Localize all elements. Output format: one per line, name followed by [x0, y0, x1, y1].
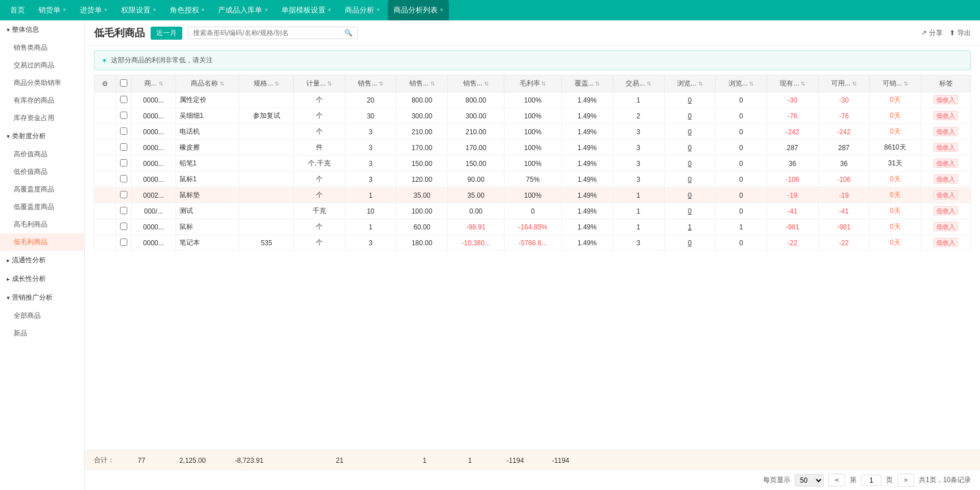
row-checkbox[interactable]	[120, 127, 127, 135]
sidebar-item-high-margin[interactable]: 高毛利商品	[0, 216, 84, 233]
close-icon[interactable]: ×	[104, 0, 108, 20]
close-icon[interactable]: ×	[328, 0, 331, 20]
cell-views1[interactable]: 0	[664, 92, 716, 108]
sidebar-item-new-products[interactable]: 新品	[0, 325, 84, 342]
next-page-button[interactable]: ＞	[897, 474, 914, 487]
col-settings[interactable]: ⚙	[95, 75, 116, 92]
col-sales-profit[interactable]: 销售...	[448, 75, 504, 92]
col-code[interactable]: 商...	[131, 75, 176, 92]
col-stock-saleable[interactable]: 可销...	[870, 75, 921, 92]
cell-checkbox[interactable]	[115, 188, 131, 203]
page-number-input[interactable]	[861, 475, 881, 486]
sidebar-item-traded-products[interactable]: 交易过的商品	[0, 57, 84, 74]
table-wrapper: ⚙ 商... 商品名称 规格... 计量... 销售... 销售... 销售..…	[85, 75, 980, 450]
cell-code: 000/...	[131, 203, 176, 219]
cell-views1[interactable]: 0	[664, 140, 716, 156]
row-checkbox[interactable]	[120, 223, 127, 230]
nav-role-auth[interactable]: 角色授权 ×	[164, 0, 211, 20]
row-checkbox[interactable]	[120, 191, 127, 198]
close-icon[interactable]: ×	[202, 0, 205, 20]
cell-stock-current: 287	[767, 140, 818, 156]
nav-product-entry[interactable]: 产成品入库单 ×	[212, 0, 273, 20]
close-icon[interactable]: ×	[153, 0, 156, 20]
sidebar-item-stocked-products[interactable]: 有库存的商品	[0, 92, 84, 109]
cell-code: 0002...	[131, 188, 176, 203]
col-views1[interactable]: 浏览...	[664, 75, 716, 92]
search-icon[interactable]: 🔍	[344, 29, 353, 37]
sidebar-item-category-rate[interactable]: 商品分类助销率	[0, 74, 84, 92]
cell-checkbox[interactable]	[115, 124, 131, 140]
table-row: 0000... 笔记本 535 个 3 180.00 -10,380... -5…	[95, 235, 971, 251]
cell-unit: 个,千克	[294, 156, 345, 172]
sidebar-group-growth[interactable]: ▸ 成长性分析	[0, 270, 84, 288]
cell-views1[interactable]: 0	[664, 172, 716, 188]
sidebar-item-sales-products[interactable]: 销售类商品	[0, 39, 84, 57]
export-button[interactable]: ⬆ 导出	[949, 28, 971, 38]
col-stock-current[interactable]: 现有...	[767, 75, 818, 92]
nav-product-analysis-list[interactable]: 商品分析列表 ×	[388, 0, 449, 20]
cell-views1[interactable]: 0	[664, 124, 716, 140]
col-unit[interactable]: 计量...	[294, 75, 345, 92]
cell-name: 铅笔1	[176, 156, 239, 172]
sidebar-item-low-coverage[interactable]: 低覆盖度商品	[0, 198, 84, 216]
row-checkbox[interactable]	[120, 238, 127, 246]
col-coverage[interactable]: 覆盖...	[562, 75, 613, 92]
row-checkbox[interactable]	[120, 143, 127, 151]
cell-checkbox[interactable]	[115, 203, 131, 219]
cell-checkbox[interactable]	[115, 172, 131, 188]
cell-checkbox[interactable]	[115, 92, 131, 108]
col-gross-margin[interactable]: 毛利率	[504, 75, 562, 92]
close-icon[interactable]: ×	[440, 0, 443, 20]
cell-views1[interactable]: 1	[664, 219, 716, 235]
cell-views1[interactable]: 0	[664, 156, 716, 172]
share-button[interactable]: ↗ 分享	[921, 28, 943, 38]
cell-gross-margin: 100%	[504, 124, 562, 140]
col-views2[interactable]: 浏览...	[716, 75, 767, 92]
nav-home[interactable]: 首页	[5, 0, 31, 20]
row-checkbox[interactable]	[120, 175, 127, 182]
sidebar-group-coverage-analysis[interactable]: ▾ 类射度分析	[0, 127, 84, 146]
cell-checkbox[interactable]	[115, 108, 131, 124]
nav-sales-order[interactable]: 销货单 ×	[33, 0, 72, 20]
cell-views1[interactable]: 0	[664, 203, 716, 219]
close-icon[interactable]: ×	[376, 0, 380, 20]
row-checkbox[interactable]	[120, 159, 127, 167]
nav-purchase-order[interactable]: 进货单 ×	[74, 0, 113, 20]
cell-checkbox[interactable]	[115, 156, 131, 172]
col-stock-available[interactable]: 可用...	[818, 75, 870, 92]
col-name[interactable]: 商品名称	[176, 75, 239, 92]
row-checkbox[interactable]	[120, 207, 127, 214]
nav-template-settings[interactable]: 单据模板设置 ×	[276, 0, 337, 20]
prev-page-button[interactable]: ＜	[828, 474, 845, 487]
cell-checkbox[interactable]	[115, 140, 131, 156]
sidebar-group-overall[interactable]: ▾ 整体信息	[0, 20, 84, 39]
sidebar-item-low-margin[interactable]: 低毛利商品	[0, 233, 84, 251]
row-checkbox[interactable]	[120, 112, 127, 119]
col-sales-price[interactable]: 销售...	[396, 75, 448, 92]
close-icon[interactable]: ×	[264, 0, 268, 20]
sidebar-item-high-value[interactable]: 高价值商品	[0, 146, 84, 163]
sidebar-group-liquidity[interactable]: ▸ 流通性分析	[0, 251, 84, 270]
sidebar-item-all-products[interactable]: 全部商品	[0, 307, 84, 325]
close-icon[interactable]: ×	[63, 0, 66, 20]
per-page-select[interactable]: 50 100 200	[795, 474, 824, 487]
sidebar-group-marketing[interactable]: ▾ 营销推广分析	[0, 288, 84, 307]
search-input[interactable]	[193, 29, 341, 37]
cell-views1[interactable]: 0	[664, 108, 716, 124]
cell-views1[interactable]: 0	[664, 235, 716, 251]
sidebar-item-capital-usage[interactable]: 库存资金占用	[0, 109, 84, 127]
col-trans[interactable]: 交易...	[613, 75, 664, 92]
sidebar-item-low-value[interactable]: 低价值商品	[0, 163, 84, 181]
cell-settings	[95, 108, 116, 124]
sidebar-item-high-coverage[interactable]: 高覆盖度商品	[0, 181, 84, 198]
row-checkbox[interactable]	[120, 96, 127, 103]
col-spec[interactable]: 规格...	[239, 75, 294, 92]
nav-permission-settings[interactable]: 权限设置 ×	[115, 0, 162, 20]
nav-product-analysis[interactable]: 商品分析 ×	[339, 0, 386, 20]
cell-views1[interactable]: 0	[664, 188, 716, 203]
period-button[interactable]: 近一月	[151, 27, 182, 40]
col-sales-qty[interactable]: 销售...	[345, 75, 396, 92]
select-all-checkbox[interactable]	[120, 79, 127, 87]
cell-checkbox[interactable]	[115, 235, 131, 251]
cell-checkbox[interactable]	[115, 219, 131, 235]
